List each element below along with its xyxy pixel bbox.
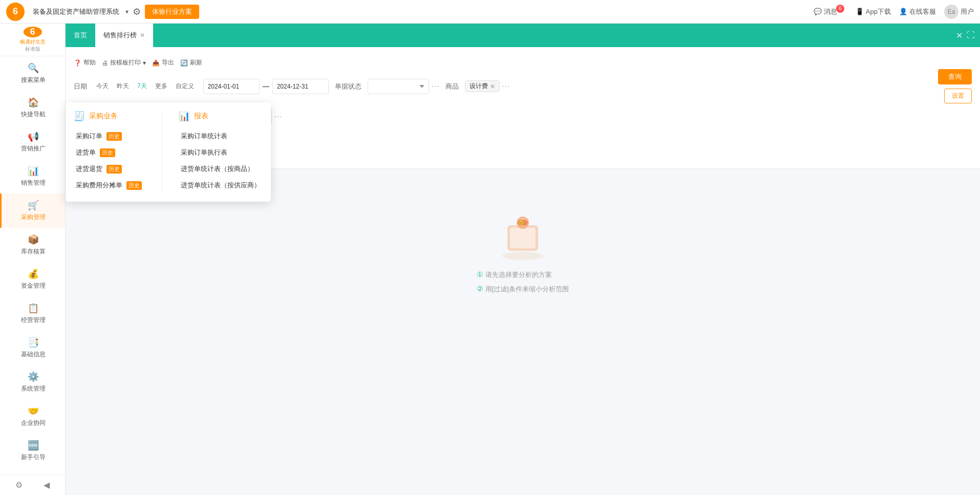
history-badge-0: 历史 bbox=[106, 132, 122, 141]
tab-sales-rank-label: 销售排行榜 bbox=[103, 31, 137, 40]
app-download-label: App下载 bbox=[866, 7, 891, 16]
purchase-col: 🧾 采购业务 采购订单 历史 进货单 历史 进货退货 历史 采购费用分摊单 历史 bbox=[74, 111, 145, 193]
status-filter-label: 单据状态 bbox=[335, 82, 361, 91]
solution-button[interactable]: 体验行业方案 bbox=[145, 5, 199, 19]
menu-item-purchase-fee[interactable]: 采购费用分摊单 历史 bbox=[74, 177, 145, 193]
print-icon: 🖨 bbox=[102, 59, 108, 67]
tab-bar: 首页 销售排行榜 ✕ ✕ ⛶ bbox=[66, 24, 980, 47]
goods-more-icon[interactable]: ⋯ bbox=[502, 81, 510, 91]
guide-icon: 🆕 bbox=[28, 440, 39, 451]
menu-item-incoming-stat-goods-label: 进货单统计表（按商品） bbox=[181, 164, 254, 174]
salesperson-more-icon[interactable]: ⋯ bbox=[274, 112, 282, 121]
date-start-input[interactable] bbox=[203, 79, 260, 94]
sidebar-item-purchase[interactable]: 🛒 采购管理 bbox=[0, 193, 65, 228]
date-separator: — bbox=[263, 82, 269, 90]
tab-home[interactable]: 首页 bbox=[66, 24, 95, 47]
empty-icon: 😊 bbox=[492, 210, 553, 261]
menu-item-incoming-stat-supplier[interactable]: 进货单统计表（按供应商） bbox=[179, 177, 263, 193]
sidebar-label-inventory: 库存核算 bbox=[21, 247, 46, 256]
export-icon: 📤 bbox=[152, 59, 160, 67]
sidebar-item-inventory[interactable]: 📦 库存核算 bbox=[0, 228, 65, 262]
sidebar-item-finance[interactable]: 💰 资金管理 bbox=[0, 262, 65, 296]
menu-item-incoming[interactable]: 进货单 历史 bbox=[74, 144, 145, 161]
online-service-button[interactable]: 👤 在线客服 bbox=[899, 7, 936, 16]
set-button[interactable]: 设置 bbox=[944, 89, 972, 103]
message-button[interactable]: 💬 消息 6 bbox=[814, 7, 847, 16]
menu-item-incoming-label: 进货单 bbox=[76, 148, 96, 157]
refresh-button[interactable]: 🔄 刷新 bbox=[180, 58, 202, 67]
goods-tag-text: 设计费 bbox=[470, 82, 488, 91]
top-bar-right: 💬 消息 6 📱 App下载 👤 在线客服 Ea 用户 bbox=[814, 5, 974, 19]
sidebar-label-guide: 新手引导 bbox=[21, 453, 46, 462]
export-button[interactable]: 📤 导出 bbox=[152, 58, 174, 67]
svg-point-0 bbox=[502, 252, 543, 260]
print-button[interactable]: 🖨 按模板打印 ▾ bbox=[102, 58, 146, 67]
menu-item-purchase-order-exec-label: 采购订单执行表 bbox=[181, 148, 227, 157]
tab-sales-rank[interactable]: 销售排行榜 ✕ bbox=[95, 24, 153, 47]
date-range: — bbox=[203, 79, 329, 94]
history-badge-1: 历史 bbox=[100, 148, 115, 157]
collapse-sidebar-icon[interactable]: ◀ bbox=[44, 480, 50, 490]
main-layout: 6 畅通好生意 标准版 🔍 搜索菜单 🏠 快捷导航 📢 营销推广 bbox=[0, 24, 980, 495]
menu-item-purchase-order[interactable]: 采购订单 历史 bbox=[74, 128, 145, 144]
sidebar-item-system[interactable]: ⚙️ 系统管理 bbox=[0, 365, 65, 399]
sidebar-label-purchase: 采购管理 bbox=[21, 213, 46, 222]
sidebar-label-marketing: 营销推广 bbox=[21, 144, 46, 153]
menu-item-incoming-return[interactable]: 进货退货 历史 bbox=[74, 161, 145, 177]
toolbar-row: ❓ 帮助 🖨 按模板打印 ▾ 📤 导出 🔄 bbox=[74, 54, 972, 69]
query-button[interactable]: 查询 bbox=[938, 69, 972, 84]
user-avatar: Ea bbox=[944, 5, 958, 19]
goods-tag-close[interactable]: ✕ bbox=[490, 83, 495, 90]
app-download-button[interactable]: 📱 App下载 bbox=[856, 7, 891, 16]
sidebar-item-marketing[interactable]: 📢 营销推广 bbox=[0, 125, 65, 159]
inventory-icon: 📦 bbox=[28, 234, 39, 245]
menu-item-purchase-order-exec[interactable]: 采购订单执行表 bbox=[179, 144, 263, 161]
status-more-icon[interactable]: ⋯ bbox=[431, 81, 439, 91]
phone-icon: 📱 bbox=[856, 8, 864, 15]
sidebar-item-search[interactable]: 🔍 搜索菜单 bbox=[0, 56, 65, 91]
empty-hint-1: ① 请先选择要分析的方案 bbox=[477, 267, 569, 282]
menu-divider bbox=[162, 111, 162, 193]
marketing-icon: 📢 bbox=[28, 131, 39, 142]
user-area[interactable]: Ea 用户 bbox=[944, 5, 974, 19]
menu-item-incoming-return-label: 进货退货 bbox=[76, 164, 102, 174]
content-area: 首页 销售排行榜 ✕ ✕ ⛶ ❓ bbox=[66, 24, 980, 495]
help-label: 帮助 bbox=[83, 58, 96, 67]
goods-tag: 设计费 ✕ bbox=[465, 80, 500, 92]
tab-close-all-icon[interactable]: ✕ bbox=[956, 31, 963, 40]
tab-expand-icon[interactable]: ⛶ bbox=[967, 31, 975, 40]
top-bar-left: 6 装备及固定资产辅助管理系统 ▾ ⚙ bbox=[6, 3, 141, 21]
history-badge-3: 历史 bbox=[126, 181, 142, 190]
sidebar-label-sales: 销售管理 bbox=[21, 179, 46, 187]
settings-icon[interactable]: ⚙ bbox=[133, 6, 141, 17]
time-option-more[interactable]: 更多 bbox=[152, 81, 171, 92]
sidebar-label-quick: 快捷导航 bbox=[21, 110, 46, 119]
time-option-yesterday[interactable]: 昨天 bbox=[114, 81, 132, 92]
sidebar-item-operation[interactable]: 📋 经营管理 bbox=[0, 296, 65, 331]
sidebar-item-quick[interactable]: 🏠 快捷导航 bbox=[0, 91, 65, 125]
time-option-today[interactable]: 今天 bbox=[93, 81, 112, 92]
sidebar-item-enterprise[interactable]: 🤝 企业协同 bbox=[0, 399, 65, 434]
purchase-dropdown-menu: 🧾 采购业务 采购订单 历史 进货单 历史 进货退货 历史 采购费用分摊单 历史 bbox=[66, 102, 271, 202]
sidebar-item-basic[interactable]: 📑 基础信息 bbox=[0, 331, 65, 365]
time-option-7days[interactable]: 7天 bbox=[134, 81, 150, 92]
sidebar-item-guide[interactable]: 🆕 新手引导 bbox=[0, 434, 65, 468]
tab-close-icon[interactable]: ✕ bbox=[140, 32, 145, 39]
status-filter-select[interactable] bbox=[368, 79, 429, 94]
settings-bottom-icon[interactable]: ⚙ bbox=[15, 480, 23, 490]
menu-item-purchase-order-stat[interactable]: 采购订单统计表 bbox=[179, 128, 263, 144]
purchase-col-icon: 🧾 bbox=[74, 111, 85, 122]
nav-items: 🔍 搜索菜单 🏠 快捷导航 📢 营销推广 📊 销售管理 🛒 采购管 bbox=[0, 56, 65, 475]
system-title-arrow[interactable]: ▾ bbox=[125, 8, 129, 15]
date-end-input[interactable] bbox=[272, 79, 329, 94]
menu-item-purchase-fee-label: 采购费用分摊单 bbox=[76, 181, 122, 190]
date-filter-label: 日期 bbox=[74, 82, 87, 91]
time-option-custom[interactable]: 自定义 bbox=[173, 81, 197, 92]
help-button[interactable]: ❓ 帮助 bbox=[74, 58, 96, 67]
svg-text:😊: 😊 bbox=[519, 220, 524, 225]
menu-item-incoming-stat-supplier-label: 进货单统计表（按供应商） bbox=[181, 181, 261, 190]
system-icon: ⚙️ bbox=[28, 371, 39, 382]
sidebar-item-sales[interactable]: 📊 销售管理 bbox=[0, 159, 65, 193]
menu-item-incoming-stat-goods[interactable]: 进货单统计表（按商品） bbox=[179, 161, 263, 177]
refresh-icon: 🔄 bbox=[180, 59, 188, 67]
